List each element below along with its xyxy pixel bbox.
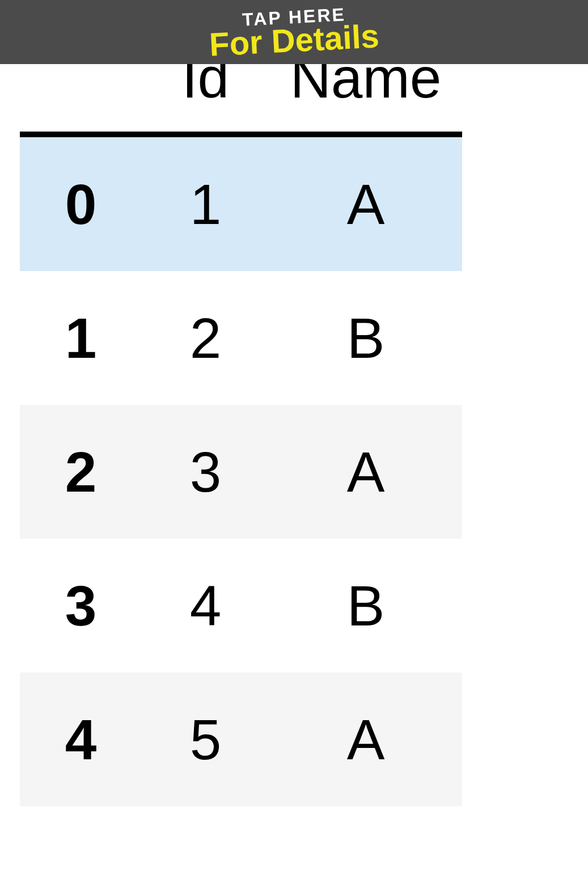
row-id: 2 [142,306,269,371]
row-index: 1 [20,306,142,371]
row-id: 3 [142,439,269,505]
table-row[interactable]: 01A [20,137,462,271]
banner-line2: For Details [208,19,379,61]
row-name: A [269,439,462,505]
table-row[interactable]: 23A [20,405,462,539]
table-row[interactable]: 34B [20,539,462,673]
row-id: 5 [142,707,269,772]
table-row[interactable]: 12B [20,271,462,405]
table-row[interactable]: 45A [20,673,462,806]
row-id: 1 [142,172,269,237]
row-name: B [269,306,462,371]
row-name: B [269,573,462,638]
row-name: A [269,707,462,772]
row-name: A [269,172,462,237]
row-index: 4 [20,707,142,772]
table-top-rule [20,132,462,137]
ad-banner[interactable]: TAP HERE For Details [0,0,588,64]
data-table: Id Name 01A12B23A34B45A [20,26,462,806]
row-id: 4 [142,573,269,638]
row-index: 0 [20,172,142,237]
row-index: 3 [20,573,142,638]
row-index: 2 [20,439,142,505]
